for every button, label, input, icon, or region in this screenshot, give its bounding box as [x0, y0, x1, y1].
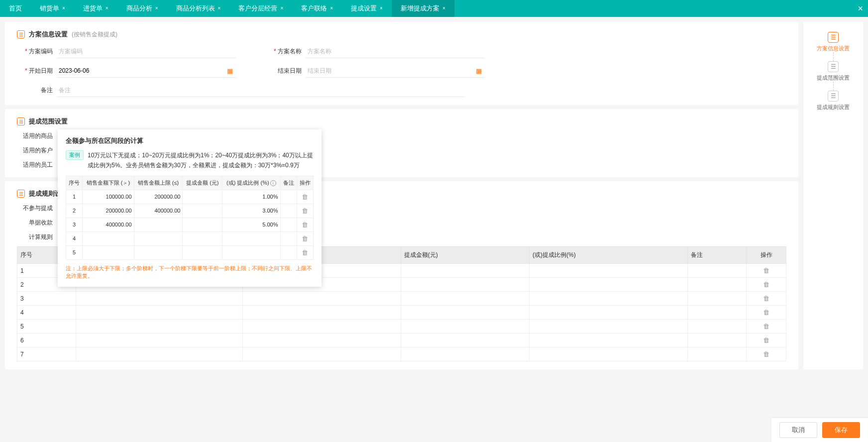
anchor-label: 提成范围设置: [817, 74, 850, 82]
tab-close-icon[interactable]: ×: [280, 0, 283, 17]
tab-label: 客户分层经营: [238, 0, 277, 17]
anchor-icon: ☰: [828, 32, 839, 43]
delete-icon[interactable]: 🗑: [763, 309, 769, 316]
tab-6[interactable]: 客户联络×: [292, 0, 342, 17]
calendar-icon[interactable]: ▦: [227, 67, 233, 75]
label-rule-exclude: 不参与提成: [17, 204, 57, 213]
delete-icon[interactable]: 🗑: [302, 249, 308, 256]
tab-label: 进货单: [83, 0, 103, 17]
tt-header: 备注: [280, 176, 297, 190]
grid-header: (或)提成比例(%): [530, 247, 688, 264]
tab-1[interactable]: 销货单×: [31, 0, 74, 17]
cell-idx: 6: [17, 333, 76, 347]
delete-icon[interactable]: 🗑: [763, 267, 769, 274]
delete-icon[interactable]: 🗑: [302, 193, 308, 201]
table-row: 4🗑: [66, 231, 314, 245]
tab-close-icon[interactable]: ×: [62, 0, 65, 17]
anchor-icon: ☰: [828, 91, 839, 102]
delete-icon[interactable]: 🗑: [763, 295, 769, 302]
tab-label: 商品分析列表: [176, 0, 215, 17]
tab-4[interactable]: 商品分析列表×: [167, 0, 230, 17]
cell-idx: 5: [17, 320, 76, 333]
tab-close-icon[interactable]: ×: [442, 0, 445, 17]
input-end-date[interactable]: [306, 64, 485, 78]
close-all-tabs-icon[interactable]: ×: [858, 3, 863, 14]
panel-title-icon: ☰: [17, 190, 25, 198]
panel-info-subtitle: (按销售金额提成): [72, 30, 117, 39]
tooltip-note: 注：上限必须大于下限；多个阶梯时，下一个阶梯下限要等于前一阶梯上限；不同行之间下…: [66, 265, 314, 280]
table-row[interactable]: 3🗑: [17, 292, 786, 306]
tab-8[interactable]: 新增提成方案×: [392, 0, 454, 17]
tab-2[interactable]: 进货单×: [74, 0, 117, 17]
panel-title-icon: ☰: [17, 30, 25, 38]
top-tab-bar: 首页销货单×进货单×商品分析×商品分析列表×客户分层经营×客户联络×提成设置×新…: [0, 0, 868, 17]
label-calc-rule: 计算规则: [17, 233, 57, 241]
table-row: 3400000.005.00%🗑: [66, 218, 314, 231]
tab-close-icon[interactable]: ×: [380, 0, 383, 17]
table-row: 2200000.00400000.003.00%🗑: [66, 204, 314, 218]
label-end-date: 结束日期: [266, 67, 306, 75]
table-row: 5🗑: [66, 245, 314, 259]
label-scope-customer: 适用的客户: [17, 146, 57, 155]
anchor-nav: ☰方案信息设置☰提成范围设置☰提成规则设置: [803, 22, 863, 369]
case-text: 10万元以下无提成；10~20万元提成比例为1%；20~40万提成比例为3%；4…: [88, 150, 314, 171]
table-row[interactable]: 6🗑: [17, 333, 786, 347]
anchor-divider: [833, 82, 834, 91]
calendar-icon[interactable]: ▦: [476, 67, 482, 75]
delete-icon[interactable]: 🗑: [302, 207, 308, 215]
cell-idx: 4: [17, 306, 76, 320]
table-row[interactable]: 5🗑: [17, 320, 786, 333]
anchor-divider: [833, 52, 834, 61]
delete-icon[interactable]: 🗑: [763, 350, 769, 358]
tt-header: 销售金额上限 (≤): [134, 176, 183, 190]
grid-header: 提成金额(元): [401, 247, 529, 264]
delete-icon[interactable]: 🗑: [302, 235, 308, 242]
cell-idx: 3: [17, 292, 76, 306]
panel-info-title: 方案信息设置: [29, 30, 68, 39]
tt-header: (或) 提成比例 (%)i: [222, 176, 280, 190]
tab-5[interactable]: 客户分层经营×: [229, 0, 292, 17]
anchor-icon: ☰: [828, 61, 839, 72]
label-code: 方案编码: [17, 47, 57, 56]
input-code[interactable]: [57, 45, 236, 58]
anchor-node-2[interactable]: ☰提成规则设置: [817, 91, 850, 111]
tooltip-heading: 全额参与所在区间段的计算: [66, 136, 314, 145]
table-row: 1100000.00200000.001.00%🗑: [66, 190, 314, 204]
tab-7[interactable]: 提成设置×: [342, 0, 392, 17]
tab-close-icon[interactable]: ×: [218, 0, 221, 17]
delete-icon[interactable]: 🗑: [302, 221, 308, 228]
tab-label: 新增提成方案: [401, 0, 439, 17]
label-scope-goods: 适用的商品: [17, 132, 57, 140]
delete-icon[interactable]: 🗑: [763, 281, 769, 288]
info-icon[interactable]: i: [270, 180, 276, 186]
tab-label: 商品分析: [126, 0, 152, 17]
panel-scope-title: 提成范围设置: [29, 117, 68, 126]
table-row[interactable]: 7🗑: [17, 347, 786, 361]
tab-close-icon[interactable]: ×: [106, 0, 108, 17]
case-tag: 案例: [66, 150, 84, 160]
tab-0[interactable]: 首页: [0, 0, 31, 17]
tt-header: 销售金额下限 (＞): [83, 176, 134, 190]
label-name: 方案名称: [266, 47, 306, 56]
anchor-label: 方案信息设置: [817, 45, 850, 52]
input-name[interactable]: [306, 45, 485, 58]
delete-icon[interactable]: 🗑: [763, 323, 769, 330]
grid-header: 操作: [747, 247, 786, 264]
anchor-node-0[interactable]: ☰方案信息设置: [817, 32, 850, 52]
input-start-date[interactable]: [57, 64, 236, 78]
panel-title-icon: ☰: [17, 117, 25, 125]
table-row[interactable]: 4🗑: [17, 306, 786, 320]
anchor-node-1[interactable]: ☰提成范围设置: [817, 61, 850, 82]
tt-header: 提成金额 (元): [183, 176, 222, 190]
input-remark[interactable]: [57, 84, 465, 97]
label-rule-single: 单据收款: [17, 219, 57, 227]
tab-close-icon[interactable]: ×: [155, 0, 158, 17]
label-remark: 备注: [17, 86, 57, 95]
delete-icon[interactable]: 🗑: [763, 336, 769, 344]
tab-label: 客户联络: [301, 0, 327, 17]
tt-header: 操作: [297, 176, 313, 190]
tab-3[interactable]: 商品分析×: [117, 0, 167, 17]
grid-header: 备注: [687, 247, 746, 264]
tt-header: 序号: [66, 176, 83, 190]
tab-close-icon[interactable]: ×: [330, 0, 333, 17]
